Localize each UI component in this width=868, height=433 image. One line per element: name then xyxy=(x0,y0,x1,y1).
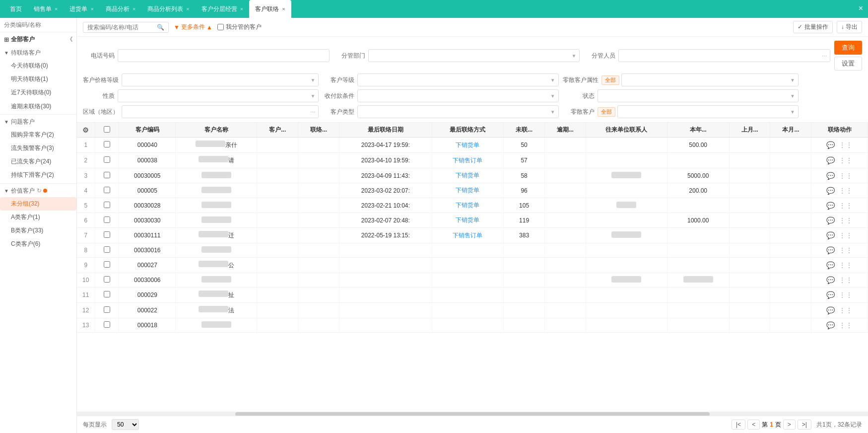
close-product-list-tab[interactable]: × xyxy=(186,6,189,12)
last-way-link[interactable]: 下销货单 xyxy=(456,216,479,223)
region-input[interactable]: ··· xyxy=(122,105,319,118)
chat-icon[interactable]: 💬 xyxy=(826,291,835,299)
more-actions-icon[interactable]: ⋮⋮ xyxy=(839,321,853,329)
tab-product-analysis-list[interactable]: 商品分析列表 × xyxy=(141,0,195,18)
last-page-btn[interactable]: >| xyxy=(798,420,811,430)
prev-page-btn[interactable]: < xyxy=(747,420,760,430)
chat-icon[interactable]: 💬 xyxy=(826,321,835,329)
chat-icon[interactable]: 💬 xyxy=(826,172,835,180)
chat-icon[interactable]: 💬 xyxy=(826,141,835,149)
tab-customer-contact[interactable]: 客户联络 × xyxy=(249,0,291,18)
main-search-input[interactable] xyxy=(87,24,157,31)
payment-select[interactable]: ▼ xyxy=(357,89,558,102)
first-page-btn[interactable]: |< xyxy=(732,420,745,430)
close-customer-contact-tab[interactable]: × xyxy=(282,6,285,12)
close-customer-layer-tab[interactable]: × xyxy=(240,6,243,12)
more-actions-icon[interactable]: ⋮⋮ xyxy=(839,202,853,210)
more-actions-icon[interactable]: ⋮⋮ xyxy=(839,276,853,284)
more-actions-icon[interactable]: ⋮⋮ xyxy=(839,216,853,224)
chat-icon[interactable]: 💬 xyxy=(826,202,835,210)
last-way-link[interactable]: 下销货单 xyxy=(456,142,479,148)
row-checkbox[interactable] xyxy=(95,153,119,168)
row-select-checkbox[interactable] xyxy=(104,141,110,147)
more-actions-icon[interactable]: ⋮⋮ xyxy=(839,291,853,299)
last-way-link[interactable]: 下销货单 xyxy=(456,187,479,194)
row-checkbox[interactable] xyxy=(95,303,119,318)
all-customers-header[interactable]: ⊞ 全部客户 《 xyxy=(0,32,76,47)
sidebar-item-declining[interactable]: 持续下滑客户(2) xyxy=(0,168,76,182)
per-page-select[interactable]: 50 20 100 xyxy=(112,419,139,430)
sidebar-item-churned[interactable]: 已流失客户(24) xyxy=(0,155,76,168)
row-select-checkbox[interactable] xyxy=(104,291,110,297)
pending-contact-group[interactable]: ▼ 待联络客户 xyxy=(0,47,76,59)
row-select-checkbox[interactable] xyxy=(104,216,110,223)
row-select-checkbox[interactable] xyxy=(104,321,110,328)
more-conditions-btn[interactable]: ▼ 更多条件 ▲ xyxy=(174,23,212,31)
person-input[interactable]: ··· xyxy=(618,49,830,62)
my-customers-checkbox[interactable]: 我分管的客户 xyxy=(217,23,262,31)
sidebar-item-churn-warning[interactable]: 流失预警客户(3) xyxy=(0,142,76,155)
sidebar-item-abnormal[interactable]: 囤购异常客户(2) xyxy=(0,128,76,142)
next-page-btn[interactable]: > xyxy=(783,420,796,430)
row-checkbox[interactable] xyxy=(95,183,119,198)
close-purchase-tab[interactable]: × xyxy=(90,6,93,12)
chat-icon[interactable]: 💬 xyxy=(826,216,835,224)
sidebar-item-today-pending[interactable]: 今天待联络(0) xyxy=(0,59,76,72)
sidebar-item-ungrouped[interactable]: 未分组(32) xyxy=(0,197,76,211)
dept-select[interactable]: ▼ xyxy=(368,49,580,62)
row-select-checkbox[interactable] xyxy=(104,156,110,163)
query-btn[interactable]: 查询 xyxy=(834,41,862,55)
sidebar-search-input[interactable] xyxy=(4,21,77,28)
select-all-checkbox[interactable] xyxy=(104,126,110,133)
more-actions-icon[interactable]: ⋮⋮ xyxy=(839,231,853,239)
row-select-checkbox[interactable] xyxy=(104,202,110,208)
row-select-checkbox[interactable] xyxy=(104,276,110,283)
retail-customer-select[interactable]: ▼ xyxy=(617,105,799,118)
row-checkbox[interactable] xyxy=(95,243,119,258)
more-actions-icon[interactable]: ⋮⋮ xyxy=(839,156,853,164)
row-checkbox[interactable] xyxy=(95,258,119,273)
sidebar-item-overdue-contact[interactable]: 逾期未联络(30) xyxy=(0,100,76,113)
last-way-link[interactable]: 下销售订单 xyxy=(453,232,482,239)
more-actions-icon[interactable]: ⋮⋮ xyxy=(839,172,853,180)
search-submit-icon[interactable]: 🔍 xyxy=(157,24,164,31)
reset-btn[interactable]: 设置 xyxy=(834,57,862,71)
tab-home[interactable]: 首页 xyxy=(4,0,28,18)
refresh-icon[interactable]: ↻ xyxy=(37,187,42,194)
row-select-checkbox[interactable] xyxy=(104,231,110,238)
row-select-checkbox[interactable] xyxy=(104,246,110,253)
chat-icon[interactable]: 💬 xyxy=(826,246,835,254)
more-actions-icon[interactable]: ⋮⋮ xyxy=(839,246,853,254)
sidebar-item-class-b[interactable]: B类客户(33) xyxy=(0,224,76,237)
chat-icon[interactable]: 💬 xyxy=(826,276,835,284)
chat-icon[interactable]: 💬 xyxy=(826,231,835,239)
value-customers-group[interactable]: ▼ 价值客户 ↻ xyxy=(0,185,76,197)
row-checkbox[interactable] xyxy=(95,168,119,183)
chat-icon[interactable]: 💬 xyxy=(826,261,835,269)
row-checkbox[interactable] xyxy=(95,318,119,333)
sidebar-item-class-c[interactable]: C类客户(6) xyxy=(0,237,76,251)
tab-customer-layer[interactable]: 客户分层经营 × xyxy=(196,0,249,18)
row-select-checkbox[interactable] xyxy=(104,261,110,268)
customer-type-select[interactable]: ▼ xyxy=(357,105,558,118)
close-product-analysis-tab[interactable]: × xyxy=(133,6,135,12)
last-way-link[interactable]: 下销售订单 xyxy=(453,157,482,164)
status-select[interactable]: ▼ xyxy=(598,89,799,102)
close-all-tabs[interactable]: × xyxy=(859,4,863,13)
row-select-checkbox[interactable] xyxy=(104,172,110,178)
tab-sales[interactable]: 销售单 × xyxy=(28,0,64,18)
row-checkbox[interactable] xyxy=(95,198,119,213)
more-actions-icon[interactable]: ⋮⋮ xyxy=(839,306,853,314)
problem-customers-group[interactable]: ▼ 问题客户 xyxy=(0,116,76,128)
last-way-link[interactable]: 下销货单 xyxy=(456,172,479,179)
more-actions-icon[interactable]: ⋮⋮ xyxy=(839,141,853,149)
sidebar-item-tomorrow-pending[interactable]: 明天待联络(1) xyxy=(0,72,76,86)
chat-icon[interactable]: 💬 xyxy=(826,156,835,164)
customer-level-select[interactable]: ▼ xyxy=(357,73,558,86)
sidebar-item-class-a[interactable]: A类客户(1) xyxy=(0,211,76,224)
sidebar-item-7days-pending[interactable]: 近7天待联络(0) xyxy=(0,86,76,99)
chat-icon[interactable]: 💬 xyxy=(826,187,835,195)
settings-icon[interactable]: ⚙ xyxy=(82,126,89,134)
close-sales-tab[interactable]: × xyxy=(55,6,58,12)
row-checkbox[interactable] xyxy=(95,228,119,243)
